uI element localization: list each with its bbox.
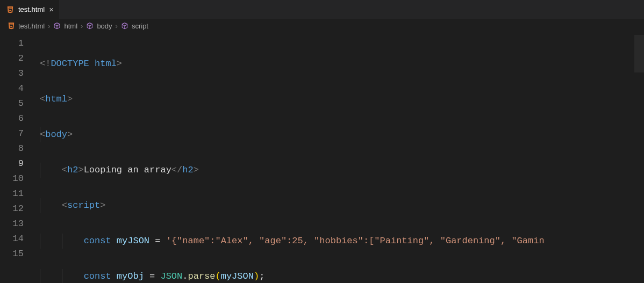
file-html-icon — [8, 22, 15, 30]
crumb-label: html — [64, 22, 77, 30]
line-number[interactable]: 7 — [0, 126, 33, 141]
symbol-icon — [121, 22, 128, 30]
crumb-label: body — [97, 22, 112, 30]
symbol-icon — [86, 22, 94, 30]
crumb-file[interactable]: test.html — [8, 22, 45, 30]
line-number[interactable]: 14 — [0, 231, 33, 246]
code-line[interactable]: <html> — [33, 92, 644, 107]
editor[interactable]: 1 2 3 4 5 6 7 8 9 10 11 12 13 14 15 <!DO… — [0, 33, 644, 283]
line-number[interactable]: 15 — [0, 246, 33, 262]
line-number[interactable]: 2 — [0, 51, 33, 66]
gutter: 1 2 3 4 5 6 7 8 9 10 11 12 13 14 15 — [0, 33, 33, 283]
crumb-html[interactable]: html — [53, 22, 77, 30]
line-number[interactable]: 11 — [0, 186, 33, 201]
tabs-bar: test.html × — [0, 0, 644, 19]
line-number[interactable]: 9 — [0, 156, 33, 171]
code-area[interactable]: <!DOCTYPE html> <html> <body> <h2>Loopin… — [33, 33, 644, 283]
line-number[interactable]: 12 — [0, 201, 33, 216]
line-number[interactable]: 8 — [0, 141, 33, 156]
chevron-right-icon: › — [81, 22, 83, 30]
code-line[interactable]: const myJSON = '{"name":"Alex", "age":25… — [33, 234, 644, 249]
crumb-body[interactable]: body — [86, 22, 112, 30]
code-line[interactable]: <h2>Looping an array</h2> — [33, 163, 644, 178]
code-line[interactable]: <script> — [33, 198, 644, 213]
tab-label: test.html — [18, 5, 45, 13]
line-number[interactable]: 1 — [0, 36, 33, 51]
line-number[interactable]: 5 — [0, 96, 33, 111]
chevron-right-icon: › — [116, 22, 118, 30]
minimap[interactable] — [634, 33, 644, 283]
line-number[interactable]: 4 — [0, 81, 33, 96]
tab-test-html[interactable]: test.html × — [0, 0, 60, 19]
code-line[interactable]: const myObj = JSON.parse(myJSON); — [33, 269, 644, 283]
breadcrumb: test.html › html › body › script — [0, 19, 644, 33]
code-line[interactable]: <body> — [33, 127, 644, 142]
minimap-viewport[interactable] — [634, 35, 644, 72]
crumb-script[interactable]: script — [121, 22, 148, 30]
line-number[interactable]: 13 — [0, 216, 33, 231]
file-html-icon — [6, 6, 14, 13]
chevron-right-icon: › — [48, 22, 50, 30]
symbol-icon — [53, 22, 61, 30]
crumb-label: test.html — [18, 22, 45, 30]
line-number[interactable]: 3 — [0, 66, 33, 81]
line-number[interactable]: 6 — [0, 111, 33, 126]
line-number[interactable]: 10 — [0, 171, 33, 186]
crumb-label: script — [132, 22, 148, 30]
code-line[interactable]: <!DOCTYPE html> — [33, 56, 644, 71]
close-icon[interactable]: × — [49, 5, 54, 13]
